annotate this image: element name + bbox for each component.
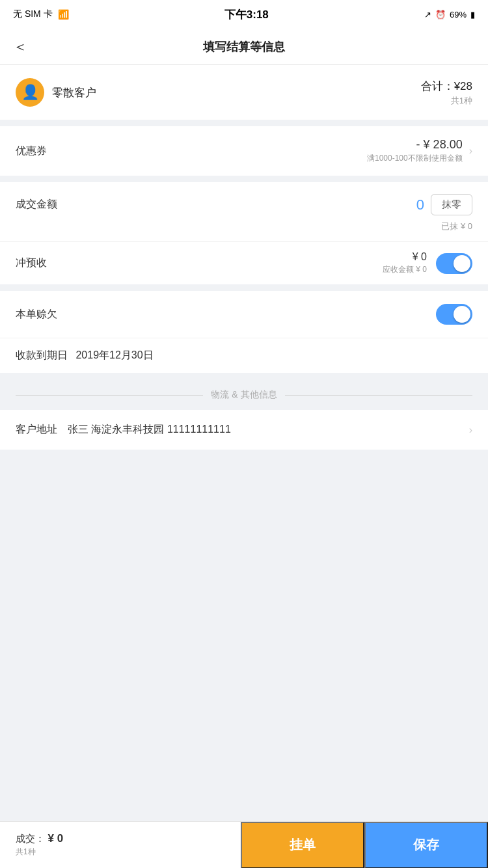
prepayment-amount: ¥ 0 <box>383 251 427 263</box>
bottom-count: 共1种 <box>16 847 225 858</box>
debt-toggle[interactable] <box>436 304 472 325</box>
status-left: 无 SIM 卡 📶 <box>13 8 69 20</box>
bottom-bar: 成交： ¥ 0 共1种 挂单 保存 <box>0 821 488 868</box>
customer-section: 👤 零散客户 合计：¥28 共1种 <box>0 65 488 120</box>
already-rounded-text: 已抹 ¥ 0 <box>0 221 488 241</box>
transaction-row: 成交金额 0 抹零 <box>0 182 488 221</box>
bottom-deal-amount: ¥ 0 <box>47 832 63 845</box>
nav-bar: ＜ 填写结算等信息 <box>0 29 488 65</box>
address-chevron-icon: › <box>469 424 472 436</box>
empty-area <box>0 456 488 573</box>
bottom-deal-row: 成交： ¥ 0 <box>16 832 225 845</box>
customer-left: 👤 零散客户 <box>16 78 96 107</box>
coupon-label: 优惠券 <box>16 144 47 158</box>
debt-section: 本单赊欠 收款到期日 2019年12月30日 <box>0 291 488 373</box>
status-right: ↗ ⏰ 69% ▮ <box>424 10 475 20</box>
logistics-divider: 物流 & 其他信息 <box>0 379 488 410</box>
due-date-label: 收款到期日 <box>16 349 68 360</box>
transaction-label: 成交金额 <box>16 198 57 211</box>
alarm-icon: ⏰ <box>435 10 446 20</box>
page-title: 填写结算等信息 <box>203 39 285 55</box>
customer-totals: 合计：¥28 共1种 <box>421 79 472 107</box>
debt-label: 本单赊欠 <box>16 308 57 321</box>
battery-icon: ▮ <box>470 10 475 20</box>
coupon-details: - ¥ 28.00 满1000-100不限制使用金额 <box>367 138 463 164</box>
prepayment-toggle[interactable] <box>436 253 472 274</box>
total-count: 共1种 <box>421 95 472 107</box>
bottom-summary: 成交： ¥ 0 共1种 <box>0 832 241 858</box>
bottom-deal-label: 成交： <box>16 833 45 844</box>
due-date-row: 收款到期日 2019年12月30日 <box>0 338 488 373</box>
address-label: 客户地址 <box>16 423 57 437</box>
receivable-amount: 应收金额 ¥ 0 <box>383 264 427 275</box>
transaction-section: 成交金额 0 抹零 已抹 ¥ 0 冲预收 ¥ 0 应收金额 ¥ 0 <box>0 182 488 284</box>
prepayment-label: 冲预收 <box>16 256 47 270</box>
customer-name: 零散客户 <box>52 85 96 100</box>
back-button[interactable]: ＜ <box>13 37 27 57</box>
coupon-right-area: - ¥ 28.00 满1000-100不限制使用金额 › <box>367 138 472 164</box>
chevron-right-icon: › <box>469 145 472 157</box>
transaction-value: 0 <box>416 197 424 213</box>
transaction-right: 0 抹零 <box>416 194 472 215</box>
customer-avatar: 👤 <box>16 78 44 107</box>
debt-row: 本单赊欠 <box>0 291 488 338</box>
toggle-knob <box>454 255 470 272</box>
address-section[interactable]: 客户地址 张三 海淀永丰科技园 11111111111 › <box>0 410 488 450</box>
status-time: 下午3:18 <box>224 7 269 22</box>
divider-text: 物流 & 其他信息 <box>203 389 284 401</box>
coupon-description: 满1000-100不限制使用金额 <box>367 153 463 164</box>
prepayment-row: 冲预收 ¥ 0 应收金额 ¥ 0 <box>0 241 488 284</box>
due-date-value: 2019年12月30日 <box>75 349 153 360</box>
sim-status: 无 SIM 卡 <box>13 8 53 20</box>
total-amount: 合计：¥28 <box>421 79 472 94</box>
coupon-section[interactable]: 优惠券 - ¥ 28.00 满1000-100不限制使用金额 › <box>0 126 488 176</box>
address-row[interactable]: 客户地址 张三 海淀永丰科技园 11111111111 › <box>0 410 488 450</box>
battery-percent: 69% <box>450 10 467 20</box>
wifi-icon: 📶 <box>58 9 69 20</box>
prepayment-right: ¥ 0 应收金额 ¥ 0 <box>383 251 472 275</box>
address-value: 张三 海淀永丰科技园 11111111111 <box>68 423 469 437</box>
location-icon: ↗ <box>424 10 431 20</box>
coupon-row[interactable]: 优惠券 - ¥ 28.00 满1000-100不限制使用金额 › <box>0 126 488 176</box>
round-button[interactable]: 抹零 <box>431 194 472 215</box>
avatar-icon: 👤 <box>21 84 39 101</box>
coupon-discount: - ¥ 28.00 <box>367 138 463 152</box>
status-bar: 无 SIM 卡 📶 下午3:18 ↗ ⏰ 69% ▮ <box>0 0 488 29</box>
debt-toggle-knob <box>454 306 470 323</box>
customer-row: 👤 零散客户 合计：¥28 共1种 <box>0 65 488 120</box>
save-button[interactable]: 保存 <box>364 822 488 869</box>
prepayment-amounts: ¥ 0 应收金额 ¥ 0 <box>383 251 427 275</box>
pending-button[interactable]: 挂单 <box>241 822 364 869</box>
